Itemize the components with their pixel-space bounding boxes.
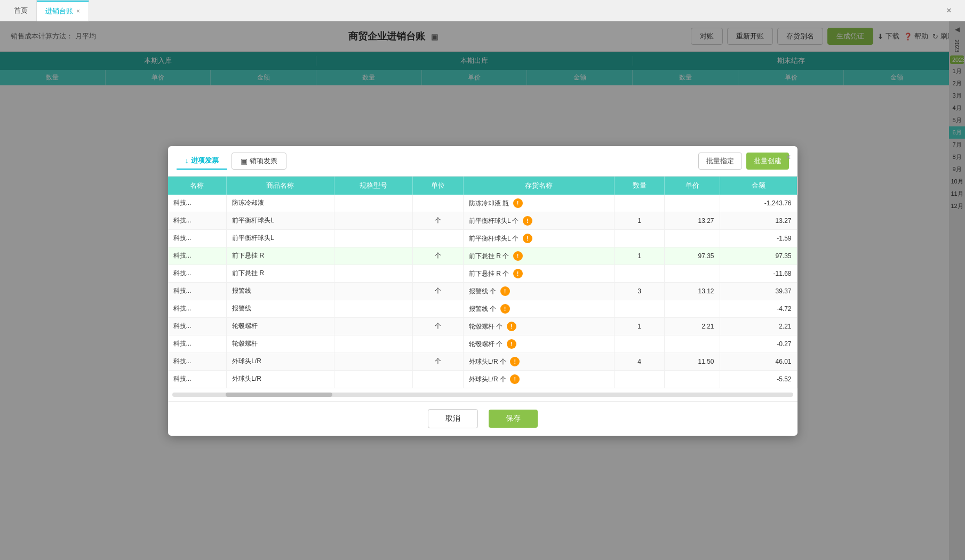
spec-cell (334, 229, 412, 247)
unitprice-cell (665, 229, 720, 247)
spec-cell (334, 353, 412, 370)
amount-cell: 13.27 (720, 212, 797, 229)
window-close-button[interactable]: × (938, 0, 960, 21)
product-cell: 报警线 (227, 282, 334, 300)
unit-cell (412, 300, 463, 317)
warning-icon: ! (510, 357, 520, 366)
tab-close-icon[interactable]: × (76, 7, 80, 15)
unit-cell (412, 265, 463, 282)
amount-cell: -1,243.76 (720, 195, 797, 212)
tab-bar: 首页 进销台账 × × (0, 0, 965, 21)
unit-cell (412, 370, 463, 388)
qty-cell (614, 335, 665, 353)
scroll-bar-area[interactable] (168, 388, 797, 401)
cancel-button[interactable]: 取消 (428, 409, 478, 428)
amount-cell: 97.35 (720, 247, 797, 265)
unit-cell: 个 (412, 282, 463, 300)
unit-cell: 个 (412, 247, 463, 265)
unit-cell: 个 (412, 212, 463, 229)
tab1-label: 进项发票 (191, 156, 219, 165)
modal-overlay: ↓ 进项发票 ▣ 销项发票 批量指定 批量创建 × 名称 (0, 21, 965, 560)
inventory-cell: 前下悬挂 R 个 ! (463, 247, 614, 265)
product-cell: 前平衡杆球头L (227, 212, 334, 229)
col-name: 名称 (168, 177, 227, 195)
unit-cell: 个 (412, 353, 463, 370)
unitprice-cell: 13.12 (665, 282, 720, 300)
batch-create-button[interactable]: 批量创建 (746, 153, 789, 170)
unit-cell (412, 335, 463, 353)
unitprice-cell (665, 265, 720, 282)
col-qty: 数量 (614, 177, 665, 195)
qty-cell: 4 (614, 353, 665, 370)
incoming-icon: ↓ (185, 156, 189, 165)
name-cell: 科技... (168, 335, 227, 353)
batch-assign-button[interactable]: 批量指定 (698, 153, 742, 170)
amount-cell: -4.72 (720, 300, 797, 317)
main-area: 销售成本计算方法： 月平均 商贸企业进销台账 ▣ 对账 重新开账 存货别名 生成… (0, 21, 965, 560)
unitprice-cell (665, 300, 720, 317)
unitprice-cell: 11.50 (665, 353, 720, 370)
unitprice-cell: 2.21 (665, 317, 720, 335)
tab2-label: 销项发票 (250, 156, 277, 166)
table-row: 科技... 外球头L/R 外球头L/R 个 ! -5.52 (168, 370, 797, 388)
table-row: 科技... 防冻冷却液 防冻冷却液 瓶 ! -1,243.76 (168, 195, 797, 212)
unitprice-cell (665, 195, 720, 212)
modal-table-body: 科技... 防冻冷却液 防冻冷却液 瓶 ! -1,243.76 科技... 前平… (168, 195, 797, 388)
name-cell: 科技... (168, 212, 227, 229)
name-cell: 科技... (168, 353, 227, 370)
spec-cell (334, 195, 412, 212)
warning-icon: ! (513, 269, 523, 278)
spec-cell (334, 317, 412, 335)
table-header-row: 名称 商品名称 规格型号 单位 存货名称 数量 单价 金额 (168, 177, 797, 195)
save-button[interactable]: 保存 (489, 410, 538, 428)
spec-cell (334, 247, 412, 265)
modal-footer: 取消 保存 (168, 401, 797, 436)
tab-active-label: 进销台账 (45, 6, 73, 16)
modal-action-buttons: 批量指定 批量创建 (698, 153, 789, 170)
col-unitprice: 单价 (665, 177, 720, 195)
inventory-cell: 前平衡杆球头L 个 ! (463, 229, 614, 247)
name-cell: 科技... (168, 229, 227, 247)
warning-icon: ! (523, 234, 532, 243)
unit-cell (412, 195, 463, 212)
warning-icon: ! (507, 339, 516, 349)
unit-cell: 个 (412, 317, 463, 335)
warning-icon: ! (510, 374, 520, 384)
inventory-cell: 报警线 个 ! (463, 282, 614, 300)
inventory-cell: 防冻冷却液 瓶 ! (463, 195, 614, 212)
product-cell: 报警线 (227, 300, 334, 317)
tab-active[interactable]: 进销台账 × (37, 1, 89, 21)
warning-icon: ! (513, 198, 523, 208)
col-spec: 规格型号 (334, 177, 412, 195)
unitprice-cell: 13.27 (665, 212, 720, 229)
warning-icon: ! (507, 322, 516, 331)
tab-home-label: 首页 (14, 6, 28, 15)
qty-cell (614, 195, 665, 212)
product-cell: 外球头L/R (227, 370, 334, 388)
product-cell: 轮毂螺杆 (227, 317, 334, 335)
amount-cell: 2.21 (720, 317, 797, 335)
tab-home[interactable]: 首页 (5, 0, 37, 21)
table-row: 科技... 前平衡杆球头L 个 前平衡杆球头L 个 ! 1 13.27 13.2… (168, 212, 797, 229)
qty-cell: 1 (614, 317, 665, 335)
qty-cell: 1 (614, 247, 665, 265)
modal-dialog: ↓ 进项发票 ▣ 销项发票 批量指定 批量创建 × 名称 (168, 146, 797, 436)
modal-close-button[interactable]: × (786, 153, 791, 162)
tab-incoming-invoice[interactable]: ↓ 进项发票 (177, 153, 227, 170)
amount-cell: -11.68 (720, 265, 797, 282)
spec-cell (334, 370, 412, 388)
amount-cell: -5.52 (720, 370, 797, 388)
qty-cell (614, 265, 665, 282)
unit-cell (412, 229, 463, 247)
product-cell: 前下悬挂 R (227, 265, 334, 282)
amount-cell: -0.27 (720, 335, 797, 353)
inventory-cell: 报警线 个 ! (463, 300, 614, 317)
product-cell: 防冻冷却液 (227, 195, 334, 212)
table-row: 科技... 轮毂螺杆 个 轮毂螺杆 个 ! 1 2.21 2.21 (168, 317, 797, 335)
table-row: 科技... 前下悬挂 R 前下悬挂 R 个 ! -11.68 (168, 265, 797, 282)
product-cell: 外球头L/R (227, 353, 334, 370)
table-row: 科技... 报警线 个 报警线 个 ! 3 13.12 39.37 (168, 282, 797, 300)
modal-table[interactable]: 名称 商品名称 规格型号 单位 存货名称 数量 单价 金额 科技... 防冻冷却… (168, 177, 797, 401)
name-cell: 科技... (168, 300, 227, 317)
tab-outgoing-invoice[interactable]: ▣ 销项发票 (232, 153, 286, 170)
